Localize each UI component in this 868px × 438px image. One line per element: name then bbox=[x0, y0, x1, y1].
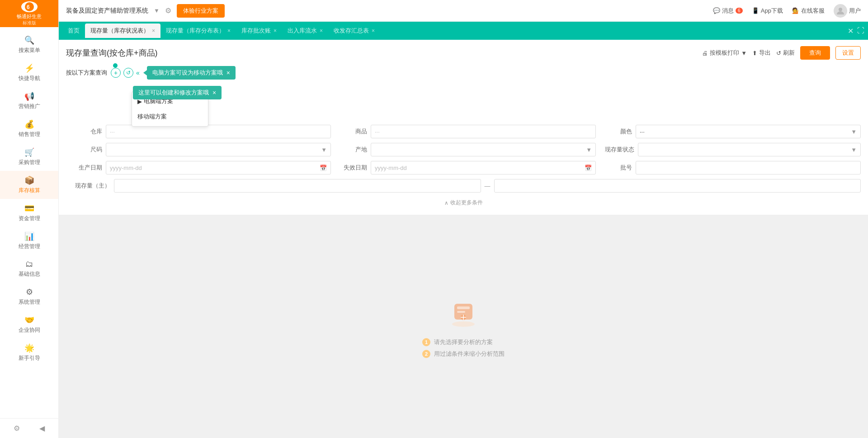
header-left: 装备及固定资产辅助管理系统 ▼ ⚙ 体验行业方案 bbox=[66, 4, 225, 18]
sidebar: 6 畅通好生意 标准版 🔍 搜索菜单 ⚡ 快捷导航 📢 营销推广 💰 销售管理 … bbox=[0, 0, 59, 438]
tab-inventory-dist-close[interactable]: × bbox=[227, 28, 231, 34]
tab-collect-summary[interactable]: 收发存汇总表 × bbox=[328, 24, 380, 38]
tab-expand-btn[interactable]: ⛶ bbox=[857, 27, 864, 35]
system-dropdown-icon[interactable]: ▼ bbox=[154, 7, 160, 14]
marketing-icon: 📢 bbox=[24, 91, 34, 101]
tab-bar-right: ✕ ⛶ bbox=[848, 27, 864, 35]
stock-main-from[interactable] bbox=[114, 179, 481, 193]
tab-inventory-status[interactable]: 现存量（库存状况表） × bbox=[85, 24, 160, 38]
color-select[interactable]: ··· ▼ bbox=[636, 125, 861, 138]
scheme-tooltip-close[interactable]: × bbox=[226, 69, 230, 76]
sidebar-item-inventory[interactable]: 📦 库存核算 bbox=[0, 171, 58, 199]
batch-input[interactable] bbox=[636, 161, 861, 174]
top-header: 装备及固定资产辅助管理系统 ▼ ⚙ 体验行业方案 💬 消息 6 📱 App下载 … bbox=[59, 0, 868, 22]
sidebar-item-purchase[interactable]: 🛒 采购管理 bbox=[0, 143, 58, 171]
filter-arrow-btn[interactable]: « bbox=[136, 69, 140, 76]
expire-date-cal-icon: 📅 bbox=[585, 165, 592, 171]
tab-in-out[interactable]: 出入库流水 × bbox=[282, 24, 328, 38]
origin-select[interactable]: ▼ bbox=[371, 143, 596, 156]
sidebar-item-label: 采购管理 bbox=[19, 159, 40, 166]
app-download-action[interactable]: 📱 App下载 bbox=[752, 7, 783, 15]
collapse-btn[interactable]: ∧ 收起更多条件 bbox=[444, 199, 483, 207]
refresh-btn[interactable]: ↺ 刷新 bbox=[776, 49, 795, 57]
expire-date-label: 失效日期 bbox=[340, 164, 367, 172]
filter-row-header: 按以下方案查询 + ↺ « 电脑方案可设为移动方案哦 × bbox=[66, 66, 861, 80]
export-btn[interactable]: ⬆ 导出 bbox=[752, 49, 771, 57]
export-label: 导出 bbox=[759, 49, 771, 57]
size-label: 尺码 bbox=[75, 146, 102, 154]
svg-point-2 bbox=[839, 8, 842, 11]
purchase-icon: 🛒 bbox=[24, 147, 34, 157]
sidebar-item-guide[interactable]: 🌟 新手引导 bbox=[0, 339, 58, 367]
tab-in-out-close[interactable]: × bbox=[320, 28, 323, 34]
empty-tip-1: 1 请先选择要分析的方案 bbox=[422, 338, 505, 346]
tip-num-2: 2 bbox=[422, 350, 430, 358]
tab-batch-ledger-close[interactable]: × bbox=[274, 28, 277, 34]
header-settings-btn[interactable]: ⚙ bbox=[165, 6, 171, 15]
collapse-sidebar-btn[interactable]: ◀ bbox=[39, 424, 45, 433]
collapse-row[interactable]: ∧ 收起更多条件 bbox=[66, 195, 861, 208]
sidebar-item-label: 销售管理 bbox=[19, 131, 40, 138]
tab-inventory-status-close[interactable]: × bbox=[152, 28, 155, 34]
trial-btn[interactable]: 体验行业方案 bbox=[177, 4, 225, 18]
sidebar-item-finance[interactable]: 💳 资金管理 bbox=[0, 199, 58, 227]
user-action[interactable]: 用户 bbox=[834, 4, 861, 18]
stock-main-to[interactable] bbox=[494, 179, 861, 193]
filter-fields: 仓库 ··· 商品 ··· 颜色 bbox=[66, 125, 861, 193]
batch-field: 批号 bbox=[605, 161, 861, 174]
settings-bottom-btn[interactable]: ⚙ bbox=[14, 424, 20, 433]
empty-tip-2-text: 用过滤条件来缩小分析范围 bbox=[434, 350, 505, 358]
collapse-up-icon: ∧ bbox=[444, 200, 448, 206]
filter-row-1: 仓库 ··· 商品 ··· 颜色 bbox=[75, 125, 861, 138]
prod-date-input[interactable]: yyyy-mm-dd 📅 bbox=[106, 161, 331, 174]
empty-tip-2: 2 用过滤条件来缩小分析范围 bbox=[422, 350, 505, 358]
message-action[interactable]: 💬 消息 6 bbox=[713, 7, 743, 15]
query-button[interactable]: 查询 bbox=[800, 46, 830, 60]
guide-icon: 🌟 bbox=[24, 343, 34, 353]
sidebar-item-label: 基础信息 bbox=[19, 270, 40, 278]
size-select[interactable]: ▼ bbox=[106, 143, 331, 156]
sidebar-menu: 🔍 搜索菜单 ⚡ 快捷导航 📢 营销推广 💰 销售管理 🛒 采购管理 📦 库存核… bbox=[0, 27, 58, 418]
quick-nav-icon: ⚡ bbox=[24, 63, 34, 73]
prod-date-field: 生产日期 yyyy-mm-dd 📅 bbox=[75, 161, 331, 174]
refresh-icon: ↺ bbox=[776, 50, 781, 57]
sidebar-item-system[interactable]: ⚙ 系统管理 bbox=[0, 283, 58, 311]
print-btn[interactable]: 🖨 按模板打印 ▼ bbox=[702, 49, 747, 57]
filter-add-btn[interactable]: + bbox=[111, 68, 121, 78]
scheme-item-mobile[interactable]: 移动端方案 bbox=[132, 109, 208, 124]
print-dropdown-icon: ▼ bbox=[741, 50, 747, 57]
basics-icon: 🗂 bbox=[25, 259, 33, 269]
filter-refresh-btn[interactable]: ↺ bbox=[123, 68, 133, 78]
stock-status-select[interactable]: ▼ bbox=[638, 143, 861, 156]
tab-batch-ledger-label: 库存批次账 bbox=[241, 27, 271, 35]
scheme-tooltip2-text: 这里可以创建和修改方案哦 bbox=[138, 89, 209, 97]
sidebar-item-search[interactable]: 🔍 搜索菜单 bbox=[0, 31, 58, 59]
setup-button[interactable]: 设置 bbox=[835, 46, 861, 60]
filter-label: 按以下方案查询 bbox=[66, 69, 107, 77]
sidebar-item-operations[interactable]: 📊 经营管理 bbox=[0, 227, 58, 255]
sidebar-item-sales[interactable]: 💰 销售管理 bbox=[0, 115, 58, 143]
sidebar-item-marketing[interactable]: 📢 营销推广 bbox=[0, 87, 58, 115]
sidebar-item-label: 营销推广 bbox=[19, 103, 40, 110]
tab-close-all-btn[interactable]: ✕ bbox=[848, 27, 854, 35]
filter-area: 按以下方案查询 + ↺ « 电脑方案可设为移动方案哦 × bbox=[66, 66, 861, 208]
sidebar-item-quick-nav[interactable]: ⚡ 快捷导航 bbox=[0, 59, 58, 87]
user-name: 用户 bbox=[849, 7, 861, 15]
tab-inventory-dist[interactable]: 现存量（库存分布表） × bbox=[160, 24, 236, 38]
range-dash: — bbox=[485, 183, 491, 189]
warehouse-dots: ··· bbox=[110, 128, 115, 135]
page-actions: 🖨 按模板打印 ▼ ⬆ 导出 ↺ 刷新 查询 设置 bbox=[702, 46, 861, 60]
empty-illustration bbox=[445, 295, 481, 331]
warehouse-input[interactable]: ··· bbox=[106, 125, 331, 138]
tab-home[interactable]: 首页 bbox=[62, 24, 85, 38]
sidebar-item-basics[interactable]: 🗂 基础信息 bbox=[0, 255, 58, 283]
sidebar-item-enterprise[interactable]: 🤝 企业协同 bbox=[0, 311, 58, 339]
online-service-action[interactable]: 💁 在线客服 bbox=[792, 7, 825, 15]
goods-input[interactable]: ··· bbox=[371, 125, 596, 138]
tab-batch-ledger[interactable]: 库存批次账 × bbox=[236, 24, 282, 38]
tab-collect-summary-close[interactable]: × bbox=[372, 28, 375, 34]
warehouse-field: 仓库 ··· bbox=[75, 125, 331, 138]
scheme-tooltip2-close[interactable]: × bbox=[212, 89, 216, 96]
expire-date-input[interactable]: yyyy-mm-dd 📅 bbox=[371, 161, 596, 174]
sidebar-item-label: 快捷导航 bbox=[19, 75, 40, 82]
